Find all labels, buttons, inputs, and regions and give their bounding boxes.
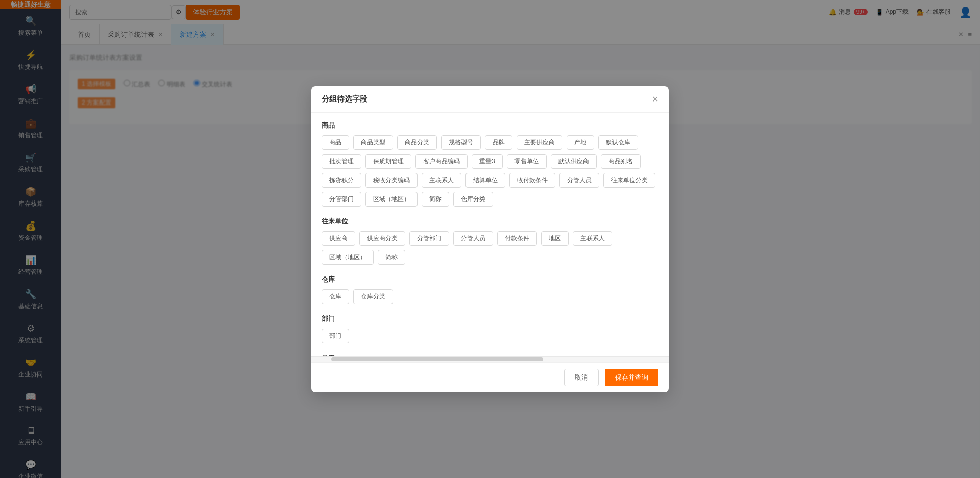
field-tag-department[interactable]: 部门: [322, 329, 349, 343]
cancel-button[interactable]: 取消: [564, 369, 599, 386]
section-partner: 往来单位 供应商 供应商分类 分管部门 分管人员 付款条件 地区 主联系人 区域…: [322, 217, 658, 265]
field-tag-region-product[interactable]: 区域（地区）: [365, 192, 418, 207]
field-tag-dept-mgmt[interactable]: 分管部门: [322, 192, 361, 207]
field-tag-main-supplier[interactable]: 主要供应商: [517, 135, 562, 150]
field-tag-product-type[interactable]: 商品类型: [353, 135, 393, 150]
product-field-tags: 商品 商品类型 商品分类 规格型号 品牌 主要供应商 产地 默认仓库 批次管理 …: [322, 135, 658, 207]
field-tag-wh-category[interactable]: 仓库分类: [453, 192, 493, 207]
field-tag-alias[interactable]: 商品别名: [601, 154, 641, 169]
section-warehouse: 仓库 仓库 仓库分类: [322, 275, 658, 304]
field-tag-warehouse-cat[interactable]: 仓库分类: [353, 289, 393, 304]
partner-field-tags: 供应商 供应商分类 分管部门 分管人员 付款条件 地区 主联系人 区域（地区） …: [322, 231, 658, 265]
field-tag-expiry-mgmt[interactable]: 保质期管理: [365, 154, 411, 169]
field-selection-modal: 分组待选字段 ✕ 商品 商品 商品类型 商品分类 规格型号 品牌 主要供应商 产…: [311, 86, 669, 392]
field-tag-default-supplier[interactable]: 默认供应商: [551, 154, 597, 169]
section-product: 商品 商品 商品类型 商品分类 规格型号 品牌 主要供应商 产地 默认仓库 批次…: [322, 121, 658, 207]
section-product-title: 商品: [322, 121, 658, 130]
modal-title: 分组待选字段: [322, 94, 368, 104]
field-tag-partner-contact[interactable]: 主联系人: [573, 231, 612, 246]
section-partner-title: 往来单位: [322, 217, 658, 226]
modal-horizontal-scrollbar[interactable]: [311, 356, 669, 362]
hscroll-thumb: [331, 357, 543, 361]
field-tag-spec-model[interactable]: 规格型号: [441, 135, 481, 150]
field-tag-product[interactable]: 商品: [322, 135, 349, 150]
field-tag-tax-code[interactable]: 税收分类编码: [365, 173, 418, 188]
field-tag-partner-dept[interactable]: 分管部门: [409, 231, 449, 246]
field-tag-partner-region[interactable]: 区域（地区）: [322, 250, 374, 265]
field-tag-supplier[interactable]: 供应商: [322, 231, 355, 246]
field-tag-pick-score[interactable]: 拣货积分: [322, 173, 361, 188]
field-tag-manager[interactable]: 分管人员: [559, 173, 599, 188]
modal-close-button[interactable]: ✕: [652, 94, 658, 104]
modal-footer: 取消 保存并查询: [311, 362, 669, 392]
field-tag-area[interactable]: 地区: [541, 231, 569, 246]
field-tag-warehouse[interactable]: 仓库: [322, 289, 349, 304]
field-tag-default-warehouse[interactable]: 默认仓库: [598, 135, 638, 150]
field-tag-weight[interactable]: 重量3: [472, 154, 503, 169]
field-tag-partner-short[interactable]: 简称: [378, 250, 405, 265]
field-tag-product-category[interactable]: 商品分类: [397, 135, 437, 150]
field-tag-main-contact[interactable]: 主联系人: [422, 173, 461, 188]
confirm-button[interactable]: 保存并查询: [605, 369, 658, 386]
section-department-title: 部门: [322, 314, 658, 323]
field-tag-customer-sku[interactable]: 客户商品编码: [415, 154, 468, 169]
section-warehouse-title: 仓库: [322, 275, 658, 284]
field-tag-short-name[interactable]: 简称: [422, 192, 449, 207]
field-tag-payment-terms[interactable]: 收付款条件: [509, 173, 555, 188]
field-tag-batch-mgmt[interactable]: 批次管理: [322, 154, 361, 169]
field-tag-partner-manager[interactable]: 分管人员: [453, 231, 493, 246]
field-tag-settlement-unit[interactable]: 结算单位: [465, 173, 505, 188]
modal-header: 分组待选字段 ✕: [311, 86, 669, 113]
field-tag-supplier-category[interactable]: 供应商分类: [359, 231, 405, 246]
modal-body[interactable]: 商品 商品 商品类型 商品分类 规格型号 品牌 主要供应商 产地 默认仓库 批次…: [311, 113, 669, 356]
department-field-tags: 部门: [322, 329, 658, 343]
warehouse-field-tags: 仓库 仓库分类: [322, 289, 658, 304]
modal-overlay: 分组待选字段 ✕ 商品 商品 商品类型 商品分类 规格型号 品牌 主要供应商 产…: [0, 0, 980, 478]
field-tag-partner-category[interactable]: 往来单位分类: [603, 173, 655, 188]
field-tag-brand[interactable]: 品牌: [485, 135, 512, 150]
section-department: 部门 部门: [322, 314, 658, 343]
field-tag-origin[interactable]: 产地: [567, 135, 594, 150]
field-tag-retail-unit[interactable]: 零售单位: [507, 154, 547, 169]
field-tag-payment-cond[interactable]: 付款条件: [497, 231, 537, 246]
